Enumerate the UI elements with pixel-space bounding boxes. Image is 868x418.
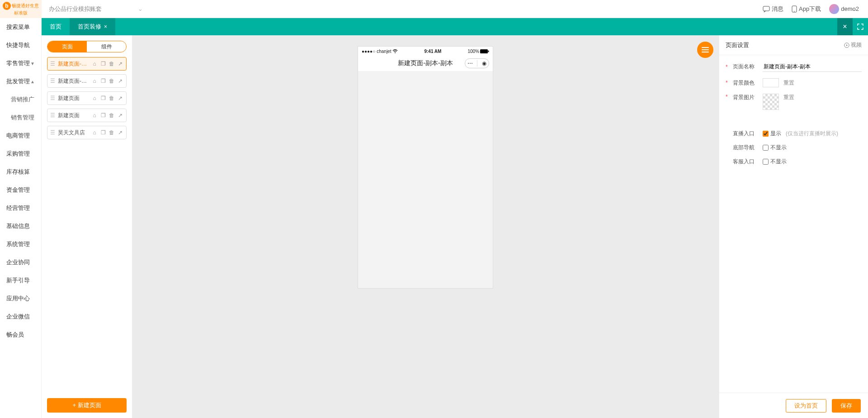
messages-link[interactable]: 消息	[763, 5, 783, 13]
brand-logo[interactable]: b 畅捷通好生意 标准版	[0, 0, 42, 18]
svg-rect-0	[763, 6, 769, 11]
brand-edition: 标准版	[14, 10, 28, 16]
top-right: 消息 App下载 demo2	[763, 4, 868, 14]
messages-label: 消息	[772, 5, 783, 13]
message-icon	[763, 6, 770, 12]
chevron-down-icon: ⌄	[138, 5, 143, 12]
top-header: b 畅捷通好生意 标准版 办公品行业模拟账套 ⌄ 消息 App下载 demo2	[0, 0, 868, 18]
account-selector-label: 办公品行业模拟账套	[49, 5, 102, 13]
logo-icon: b	[3, 2, 11, 10]
phone-icon	[792, 5, 797, 13]
brand-name: 畅捷通好生意	[12, 3, 39, 9]
app-download-link[interactable]: App下载	[792, 5, 821, 13]
username: demo2	[841, 5, 859, 12]
svg-point-2	[794, 11, 795, 12]
account-selector[interactable]: 办公品行业模拟账套 ⌄	[49, 5, 143, 13]
app-download-label: App下载	[799, 5, 821, 13]
avatar	[829, 4, 839, 14]
user-menu[interactable]: demo2	[829, 4, 859, 14]
